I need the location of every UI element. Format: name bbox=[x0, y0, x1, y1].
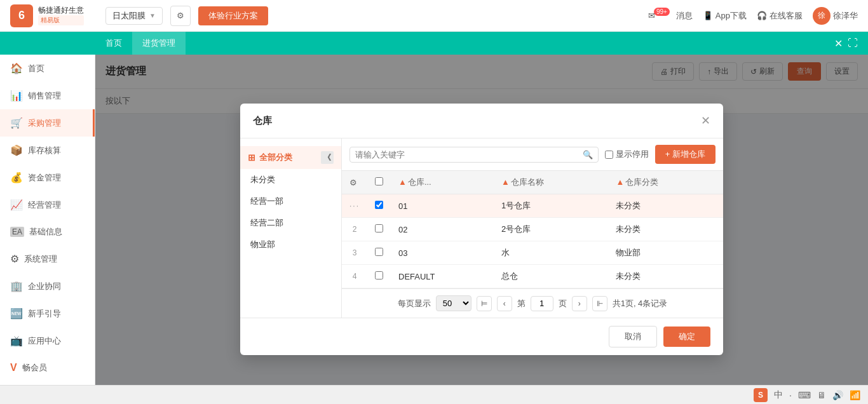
monitor-icon[interactable]: 🖥 bbox=[817, 390, 826, 400]
category-item-dept2[interactable]: 经营二部 bbox=[240, 212, 341, 234]
settings-button[interactable]: ⚙ bbox=[170, 6, 191, 26]
finance-icon: 💰 bbox=[10, 172, 23, 184]
user-profile[interactable]: 徐 徐泽华 bbox=[813, 7, 858, 25]
sidebar-item-stock[interactable]: 📦 库存核算 bbox=[0, 137, 95, 164]
per-page-label: 每页显示 bbox=[398, 298, 431, 309]
search-icon[interactable]: 🔍 bbox=[583, 150, 593, 159]
more-icon[interactable]: ··· bbox=[349, 201, 360, 210]
sidebar-item-basic[interactable]: EA 基础信息 bbox=[0, 219, 95, 245]
modal-title: 仓库 bbox=[253, 115, 272, 127]
show-disabled-label: 显示停用 bbox=[605, 149, 649, 160]
main-content: 进货管理 🖨 打印 ↑ 导出 ↺ 刷新 查询 设置 按以下 仓库 ✕ bbox=[95, 55, 868, 404]
row-checkbox[interactable] bbox=[375, 201, 383, 209]
sidebar-item-finance[interactable]: 💰 资金管理 bbox=[0, 164, 95, 191]
guide-icon: 🆕 bbox=[10, 307, 23, 320]
row-checkbox-cell bbox=[367, 218, 391, 241]
page-text: 第 bbox=[517, 298, 526, 309]
per-page-select[interactable]: 50 100 bbox=[436, 295, 471, 311]
modal-body: ⊞ 全部分类 《 未分类 经营一部 经营二部 物业部 bbox=[240, 138, 723, 318]
row-name: 总仓 bbox=[494, 265, 608, 288]
page-total: 共1页, 4条记录 bbox=[613, 298, 668, 309]
sidebar-item-apps[interactable]: 📺 应用中心 bbox=[0, 327, 95, 354]
row-num: 4 bbox=[342, 265, 367, 288]
customer-service-button[interactable]: 🎧 在线客服 bbox=[757, 10, 803, 22]
modal-toolbar: 🔍 显示停用 + 新增仓库 bbox=[342, 138, 723, 171]
sidebar-item-member[interactable]: V 畅会员 bbox=[0, 354, 95, 381]
page-input[interactable] bbox=[531, 296, 553, 311]
row-category: 物业部 bbox=[608, 241, 723, 265]
confirm-button[interactable]: 确定 bbox=[663, 327, 710, 347]
last-page-button[interactable]: ⊩ bbox=[592, 296, 607, 311]
grid-icon: ⊞ bbox=[248, 152, 255, 163]
sidebar-item-system[interactable]: ⚙ 系统管理 bbox=[0, 245, 95, 273]
keyboard-icon[interactable]: ⌨ bbox=[798, 390, 811, 400]
close-tab-icon[interactable]: ✕ bbox=[834, 37, 843, 50]
sidebar-label-finance: 资金管理 bbox=[28, 172, 61, 184]
row-checkbox[interactable] bbox=[375, 248, 383, 256]
operation-icon: 📈 bbox=[10, 199, 23, 211]
sound-icon[interactable]: 🔊 bbox=[832, 390, 843, 400]
next-page-button[interactable]: › bbox=[572, 296, 587, 311]
category-item-dept1[interactable]: 经营一部 bbox=[240, 191, 341, 212]
sidebar-item-guide[interactable]: 🆕 新手引导 bbox=[0, 300, 95, 327]
sidebar-item-purchase[interactable]: 🛒 采购管理 bbox=[0, 109, 95, 137]
breadcrumb-tab[interactable]: 首页 bbox=[95, 32, 132, 55]
logo-title: 畅捷通好生意 bbox=[38, 6, 84, 16]
home-icon: 🏠 bbox=[10, 62, 23, 74]
table-row[interactable]: ··· 01 1号仓库 未分类 bbox=[342, 194, 723, 218]
basic-icon: EA bbox=[10, 227, 24, 237]
table-row[interactable]: 2 02 2号仓库 未分类 bbox=[342, 218, 723, 241]
trial-button[interactable]: 体验行业方案 bbox=[198, 6, 268, 25]
messages-button[interactable]: ✉ 99+ 消息 bbox=[648, 10, 693, 22]
sidebar-item-enterprise[interactable]: 🏢 企业协同 bbox=[0, 273, 95, 300]
message-badge: 99+ bbox=[654, 8, 670, 16]
row-checkbox[interactable] bbox=[375, 271, 383, 279]
row-name: 2号仓库 bbox=[494, 218, 608, 241]
sidebar-item-home[interactable]: 🏠 首页 bbox=[0, 55, 95, 82]
expand-icon[interactable]: ⛶ bbox=[848, 37, 858, 49]
table-row[interactable]: 3 03 水 物业部 bbox=[342, 241, 723, 265]
cancel-button[interactable]: 取消 bbox=[609, 326, 657, 347]
row-num: 2 bbox=[342, 218, 367, 241]
warehouse-modal: 仓库 ✕ ⊞ 全部分类 《 未分类 经营一部 经营二部 bbox=[240, 104, 723, 355]
row-checkbox[interactable] bbox=[375, 224, 383, 232]
search-input[interactable] bbox=[355, 150, 579, 159]
company-selector[interactable]: 日太阳膜 ▼ bbox=[105, 7, 163, 25]
prev-page-button[interactable]: ‹ bbox=[497, 296, 512, 311]
row-num: 3 bbox=[342, 241, 367, 265]
col-name: ▲仓库名称 bbox=[494, 171, 608, 194]
all-categories-item[interactable]: ⊞ 全部分类 《 bbox=[240, 146, 341, 169]
sub-header: 首页 进货管理 ✕ ⛶ bbox=[0, 32, 868, 55]
modal-category-sidebar: ⊞ 全部分类 《 未分类 经营一部 经营二部 物业部 bbox=[240, 138, 342, 318]
sidebar-item-sales[interactable]: 📊 销售管理 bbox=[0, 82, 95, 109]
show-disabled-text: 显示停用 bbox=[616, 149, 649, 160]
col-checkbox bbox=[367, 171, 391, 194]
chinese-icon[interactable]: 中 bbox=[774, 389, 783, 401]
header-middle: 日太阳膜 ▼ ⚙ 体验行业方案 bbox=[105, 6, 648, 26]
row-checkbox-cell bbox=[367, 265, 391, 288]
col-code: ▲仓库... bbox=[391, 171, 494, 194]
category-item-property[interactable]: 物业部 bbox=[240, 234, 341, 255]
collapse-button[interactable]: 《 bbox=[321, 151, 334, 164]
row-code: DEFAULT bbox=[391, 265, 494, 288]
modal-pagination: 每页显示 50 100 ⊨ ‹ 第 页 › ⊩ 共 bbox=[342, 288, 723, 318]
s-logo: S bbox=[754, 388, 768, 402]
wifi-icon[interactable]: 📶 bbox=[850, 390, 860, 400]
table-row[interactable]: 4 DEFAULT 总仓 未分类 bbox=[342, 265, 723, 288]
all-categories-label: 全部分类 bbox=[259, 152, 292, 163]
row-code: 01 bbox=[391, 194, 494, 218]
show-disabled-checkbox[interactable] bbox=[605, 151, 613, 159]
modal-close-icon[interactable]: ✕ bbox=[701, 114, 710, 128]
select-all-checkbox[interactable] bbox=[375, 177, 383, 185]
logo-badge: 精易版 bbox=[38, 15, 84, 25]
app-download-button[interactable]: 📱 App下载 bbox=[703, 10, 747, 22]
first-page-button[interactable]: ⊨ bbox=[477, 296, 492, 311]
sidebar-label-operation: 经营管理 bbox=[28, 199, 61, 211]
category-item-unclassified[interactable]: 未分类 bbox=[240, 169, 341, 191]
service-label: 在线客服 bbox=[770, 10, 803, 22]
sidebar-item-operation[interactable]: 📈 经营管理 bbox=[0, 191, 95, 219]
purchase-tab[interactable]: 进货管理 bbox=[132, 32, 186, 55]
row-category: 未分类 bbox=[608, 265, 723, 288]
row-checkbox-cell bbox=[367, 194, 391, 218]
add-warehouse-button[interactable]: + 新增仓库 bbox=[655, 145, 715, 164]
